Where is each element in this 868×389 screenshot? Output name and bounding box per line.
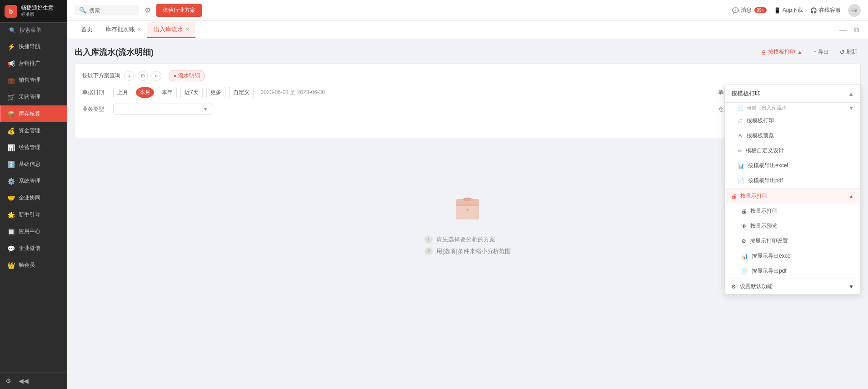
- sidebar-item-quick-nav[interactable]: ⚡ 快捷导航: [0, 38, 67, 55]
- empty-steps-list: 1 请先选择要分析的方案 2 用[选项]条件来缩小分析范围: [424, 235, 510, 259]
- message-label: 消息: [741, 6, 752, 14]
- filter-add-button[interactable]: +: [124, 71, 134, 81]
- header-gear-icon[interactable]: ⚙: [145, 6, 151, 15]
- export-button[interactable]: ↑ 导出: [810, 46, 833, 58]
- user-avatar[interactable]: Rit: [848, 4, 861, 17]
- sidebar-item-purchase[interactable]: 🛒 采购管理: [0, 89, 67, 105]
- template-preview-label: 按模板预览: [747, 132, 774, 140]
- main-area: 🔍 ⚙ 体验行业方案 💬 消息 99+ 📱 App下载 🎧 在线客服 Rit: [67, 0, 868, 389]
- filter-row-top: 按以下方案查询 + ⚙ « ● 流水明细: [82, 70, 853, 81]
- biz-type-select[interactable]: ▼: [113, 104, 213, 115]
- nav-label-cooperation: 企业协同: [19, 194, 40, 202]
- sidebar-item-cooperation[interactable]: 🤝 企业协同: [0, 190, 67, 206]
- date-btn-custom[interactable]: 自定义: [229, 87, 254, 98]
- app-download-action[interactable]: 📱 App下载: [774, 6, 803, 14]
- sidebar-nav: ⚡ 快捷导航 📢 营销推广 💼 销售管理 🛒 采购管理 📦 库存核算 💰 资金管…: [0, 38, 67, 372]
- nav-icon-base: ℹ️: [7, 161, 15, 168]
- message-action[interactable]: 💬 消息 99+: [732, 6, 767, 14]
- header-search-icon: 🔍: [79, 7, 86, 14]
- sidebar-search[interactable]: 🔍 搜索菜单: [0, 23, 67, 38]
- dropdown-template-pdf[interactable]: 📄 按模板导出pdf: [725, 173, 860, 188]
- nav-icon-inventory: 📦: [7, 110, 15, 118]
- dropdown-footer[interactable]: ⚙ 设置默认功能 ▼: [725, 279, 860, 294]
- filter-by-label: 按以下方案查询: [82, 72, 120, 80]
- customer-service-action[interactable]: 🎧 在线客服: [810, 6, 841, 14]
- sidebar-item-marketing[interactable]: 📢 营销推广: [0, 55, 67, 72]
- header-search-box[interactable]: 🔍: [75, 5, 139, 15]
- tab-home[interactable]: 首页: [75, 22, 99, 38]
- dropdown-display-excel[interactable]: 📊 按显示导出excel: [725, 249, 860, 264]
- nav-icon-marketing: 📢: [7, 60, 15, 67]
- sidebar-item-base-info[interactable]: ℹ️ 基础信息: [0, 156, 67, 173]
- dropdown-collapse-icon[interactable]: ▲: [848, 90, 854, 97]
- display-settings-icon: ⚙: [741, 238, 746, 244]
- dropdown-template-preview[interactable]: 👁 按模板预览: [725, 128, 860, 143]
- display-excel-label: 按显示导出excel: [752, 252, 792, 260]
- logo-area: b 畅捷通好生意 标准版: [0, 0, 67, 23]
- sidebar-item-finance[interactable]: 💰 资金管理: [0, 122, 67, 139]
- current-chevron[interactable]: ▼: [849, 105, 854, 111]
- sidebar-item-operations[interactable]: 📊 经营管理: [0, 139, 67, 156]
- date-btn-7days[interactable]: 近7天: [180, 87, 203, 98]
- dropdown-display-print[interactable]: 🖨 按显示打印: [725, 204, 860, 219]
- maximize-button[interactable]: ⧉: [852, 24, 861, 36]
- date-btn-last-month[interactable]: 上月: [113, 87, 132, 98]
- display-print-group[interactable]: 🖨 按显示打印 ▲: [725, 189, 860, 204]
- step-num-1: 1: [424, 235, 433, 244]
- date-range-display: 2023-06-01 至 2023-06-30: [261, 89, 325, 96]
- brand-name: 畅捷通好生意: [21, 5, 54, 12]
- settings-icon[interactable]: ⚙: [5, 377, 11, 384]
- industry-solution-button[interactable]: 体验行业方案: [156, 4, 202, 17]
- sidebar-item-sales[interactable]: 💼 销售管理: [0, 72, 67, 89]
- dropdown-template-excel[interactable]: 📊 按模板导出excel: [725, 158, 860, 173]
- tab-batch-account-close[interactable]: ×: [138, 26, 141, 33]
- dropdown-display-pdf[interactable]: 📄 按显示导出pdf: [725, 264, 860, 279]
- filter-setting-button[interactable]: ⚙: [138, 71, 148, 81]
- minimize-button[interactable]: —: [838, 24, 848, 36]
- template-excel-label: 按模板导出excel: [748, 162, 788, 170]
- dropdown-display-preview[interactable]: 👁 按显示预览: [725, 219, 860, 234]
- page-content: 出入库流水(流水明细) 🖨 按模板打印 ▲ ↑ 导出 ↺ 刷新: [67, 39, 868, 389]
- date-btn-this-year[interactable]: 本年: [158, 87, 177, 98]
- dropdown-template-custom[interactable]: ✏ 模板自定义设计: [725, 143, 860, 158]
- message-icon: 💬: [732, 7, 739, 14]
- sidebar-item-app-center[interactable]: 🔲 应用中心: [0, 223, 67, 240]
- sidebar-item-inventory[interactable]: 📦 库存核算: [0, 105, 67, 122]
- sidebar-footer: ⚙ ◀◀: [0, 372, 67, 389]
- collapse-sidebar-icon[interactable]: ◀◀: [19, 377, 29, 384]
- refresh-label: 刷新: [846, 48, 857, 56]
- print-icon: 🖨: [761, 49, 766, 55]
- dropdown-template-print[interactable]: 🖨 按模板打印: [725, 113, 860, 128]
- refresh-button[interactable]: ↺ 刷新: [836, 46, 861, 58]
- sidebar-item-system[interactable]: ⚙️ 系统管理: [0, 173, 67, 190]
- preview-item-icon: 👁: [738, 133, 743, 139]
- date-btn-more[interactable]: 更多: [206, 87, 225, 98]
- tab-batch-account[interactable]: 库存批次账 ×: [99, 22, 147, 38]
- print-label: 按模板打印: [768, 48, 795, 56]
- step-num-2: 2: [424, 247, 433, 255]
- logo-icon: b: [5, 5, 17, 18]
- nav-label-marketing: 营销推广: [19, 60, 40, 67]
- display-print-label: 按显示打印: [750, 207, 778, 215]
- nav-icon-finance: 💰: [7, 127, 15, 135]
- sidebar-item-guide[interactable]: 🌟 新手引导: [0, 206, 67, 223]
- display-pdf-icon: 📄: [741, 268, 748, 274]
- dropdown-display-print-settings[interactable]: ⚙ 按显示打印设置: [725, 234, 860, 249]
- active-filter-tag[interactable]: ● 流水明细: [169, 70, 205, 81]
- custom-item-icon: ✏: [738, 148, 742, 154]
- sidebar-item-member[interactable]: 👑 畅会员: [0, 257, 67, 274]
- filter-tag-icon: ●: [174, 73, 176, 78]
- sidebar-item-wechat[interactable]: 💬 企业微信: [0, 240, 67, 257]
- brand-badge: 标准版: [21, 11, 54, 18]
- display-group-collapse-icon[interactable]: ▲: [848, 193, 854, 199]
- print-template-button[interactable]: 🖨 按模板打印 ▲: [757, 46, 806, 58]
- nav-label-system: 系统管理: [19, 177, 40, 185]
- tab-flow[interactable]: 出入库流水 ×: [147, 22, 195, 38]
- filter-collapse-arrow[interactable]: «: [151, 71, 161, 81]
- nav-icon-quick: ⚡: [7, 43, 15, 50]
- print-dropdown-panel: 按模板打印 ▲ 📄 当前：出入库流水 ▼ 🖨 按模板打印 👁 按模板预览: [724, 85, 861, 294]
- date-btn-this-month[interactable]: 本月: [136, 87, 154, 98]
- tab-flow-close[interactable]: ×: [186, 26, 189, 33]
- header-search-input[interactable]: [89, 7, 135, 14]
- display-print-section: 🖨 按显示打印 👁 按显示预览 ⚙ 按显示打印设置 📊 按显示导出excel 📄: [725, 204, 860, 279]
